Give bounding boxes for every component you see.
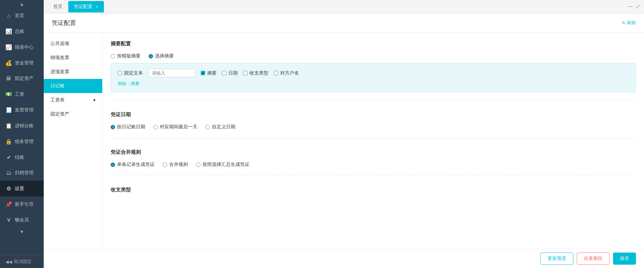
batch-delete-button[interactable]: 批量删除 bbox=[577, 253, 610, 265]
radio-template-input[interactable] bbox=[111, 54, 115, 58]
sidebar-item-ledger[interactable]: 📊 总账 bbox=[0, 24, 44, 39]
checkbox-income-type-input[interactable] bbox=[243, 71, 248, 75]
funds-icon: 💰 bbox=[5, 60, 12, 66]
checkbox-counterpart-label[interactable]: 对方户名 bbox=[274, 70, 299, 76]
ledger-icon: 📊 bbox=[5, 28, 12, 35]
summary-config-title: 摘要配置 bbox=[111, 41, 636, 47]
sidebar-scroll-up[interactable]: ▲ bbox=[0, 0, 44, 8]
sidebar-unpin-button[interactable]: ◀◀ 取消固定 bbox=[0, 255, 44, 268]
radio-period-last-label[interactable]: 对应期间最后一天 bbox=[153, 124, 197, 130]
sidebar-item-tax[interactable]: 🔒 税务管理 bbox=[0, 134, 44, 149]
content-area: 公共选项 销项发票 进项发票 日记账 工资表 ▾ 固定资产 摘要配置 bbox=[44, 33, 644, 249]
sidebar-item-home[interactable]: ⌂ 首页 bbox=[0, 8, 44, 24]
sidebar-item-home-label: 首页 bbox=[15, 13, 24, 19]
sidebar-item-vip-label: 畅会员 bbox=[15, 217, 29, 223]
radio-select-input[interactable] bbox=[149, 54, 153, 58]
sidebar-item-guide[interactable]: 📌 新手引导 bbox=[0, 196, 44, 212]
sidebar-item-payroll[interactable]: 💵 工资 bbox=[0, 86, 44, 102]
radio-select-merge-text: 按照选择汇总生成凭证 bbox=[202, 162, 250, 168]
left-nav: 公共选项 销项发票 进项发票 日记账 工资表 ▾ 固定资产 bbox=[44, 33, 103, 249]
tab-bar: 首页 凭证配置 × — ⤢ bbox=[44, 0, 644, 13]
radio-journal-date-text: 按日记账日期 bbox=[117, 124, 145, 130]
checkbox-fixed-text: 固定文本 bbox=[124, 70, 143, 76]
left-nav-purchase-invoice[interactable]: 进项发票 bbox=[44, 65, 102, 79]
sidebar-unpin-label: 取消固定 bbox=[14, 259, 32, 265]
save-button[interactable]: 保存 bbox=[613, 253, 636, 265]
sidebar-item-settings[interactable]: ⚙ 设置 bbox=[0, 181, 44, 196]
radio-journal-date-label[interactable]: 按日记账日期 bbox=[111, 124, 145, 130]
radio-single-label[interactable]: 单条记录生成凭证 bbox=[111, 162, 155, 168]
reports-icon: 📈 bbox=[5, 44, 12, 50]
checkbox-income-type-label[interactable]: 收支类型 bbox=[243, 70, 268, 76]
maximize-icon[interactable]: ⤢ bbox=[636, 3, 640, 10]
tab-home[interactable]: 首页 bbox=[48, 1, 68, 12]
left-nav-fixed-assets[interactable]: 固定资产 bbox=[44, 107, 102, 121]
radio-merge-text: 合并规则 bbox=[169, 162, 188, 168]
checkbox-fixed-text-input[interactable] bbox=[118, 71, 122, 75]
radio-period-last-text: 对应期间最后一天 bbox=[160, 124, 197, 130]
radio-merge-label[interactable]: 合并规则 bbox=[163, 162, 188, 168]
sidebar-item-ledger-label: 总账 bbox=[15, 29, 24, 35]
checkbox-fixed-text-label[interactable]: 固定文本 bbox=[118, 70, 143, 76]
sidebar-item-reports[interactable]: 📈 报表中心 bbox=[0, 39, 44, 55]
right-content: 摘要配置 按模版摘要 选择摘要 固定文本 bbox=[103, 33, 644, 249]
tab-voucher-config[interactable]: 凭证配置 × bbox=[68, 1, 104, 12]
refresh-button[interactable]: ↻ 刷新 bbox=[622, 20, 636, 26]
checkout-icon: ✔ bbox=[5, 154, 12, 161]
left-nav-journal-label: 日记账 bbox=[50, 83, 65, 89]
sidebar-item-guide-label: 新手引导 bbox=[15, 202, 34, 208]
checkbox-counterpart-input[interactable] bbox=[274, 71, 278, 75]
radio-period-last-input[interactable] bbox=[153, 125, 158, 129]
tab-close-icon[interactable]: × bbox=[96, 4, 98, 9]
radio-select-label[interactable]: 选择摘要 bbox=[149, 53, 174, 59]
unpin-icon: ◀◀ bbox=[5, 259, 12, 264]
minimize-icon[interactable]: — bbox=[628, 3, 633, 10]
sidebar-item-invoice[interactable]: 🧾 发票管理 bbox=[0, 102, 44, 118]
left-nav-public[interactable]: 公共选项 bbox=[44, 37, 102, 51]
sidebar-scroll-down[interactable]: ▼ bbox=[0, 228, 44, 236]
left-nav-sales-label: 销项发票 bbox=[50, 55, 69, 61]
summary-radio-group: 按模版摘要 选择摘要 bbox=[111, 53, 636, 59]
sidebar-item-funds[interactable]: 💰 资金管理 bbox=[0, 55, 44, 71]
checkbox-summary-label[interactable]: 摘要 bbox=[201, 70, 217, 76]
summary-checkbox-row: 固定文本 摘要 日期 收支类型 bbox=[118, 69, 629, 77]
summary-config-box: 固定文本 摘要 日期 收支类型 bbox=[111, 63, 636, 92]
left-nav-sales[interactable]: 销项发票 bbox=[44, 51, 102, 65]
sidebar-item-assets[interactable]: 🏛 固定资产 bbox=[0, 71, 44, 86]
refresh-icon: ↻ bbox=[622, 20, 626, 26]
guide-icon: 📌 bbox=[5, 201, 12, 208]
fixed-text-input[interactable] bbox=[148, 69, 195, 77]
update-preview-button[interactable]: 更新预置 bbox=[540, 253, 573, 265]
checkbox-date-text: 日期 bbox=[228, 70, 238, 76]
main-area: 首页 凭证配置 × — ⤢ 凭证配置 ↻ 刷新 公共选项 销项发票 进 bbox=[44, 0, 644, 268]
radio-merge-input[interactable] bbox=[163, 163, 167, 167]
sidebar-item-funds-label: 资金管理 bbox=[15, 60, 34, 66]
merge-rules-radio-group: 单条记录生成凭证 合并规则 按照选择汇总生成凭证 bbox=[111, 162, 636, 168]
home-icon: ⌂ bbox=[5, 13, 12, 19]
voucher-date-section: 凭证日期 按日记账日期 对应期间最后一天 自定义日期 bbox=[111, 111, 636, 138]
radio-single-input[interactable] bbox=[111, 163, 115, 167]
radio-select-merge-input[interactable] bbox=[196, 163, 200, 167]
sidebar-item-vip[interactable]: V 畅会员 bbox=[0, 212, 44, 228]
left-nav-payroll-table[interactable]: 工资表 ▾ bbox=[44, 93, 102, 107]
left-nav-journal[interactable]: 日记账 bbox=[44, 79, 102, 93]
tab-home-label: 首页 bbox=[53, 4, 63, 9]
sidebar-item-archive[interactable]: 🗂 归档管理 bbox=[0, 165, 44, 181]
vip-icon: V bbox=[5, 217, 12, 223]
radio-template-label[interactable]: 按模版摘要 bbox=[111, 53, 141, 59]
radio-journal-date-input[interactable] bbox=[111, 125, 115, 129]
radio-select-merge-label[interactable]: 按照选择汇总生成凭证 bbox=[196, 162, 250, 168]
sidebar: ▲ ⌂ 首页 📊 总账 📈 报表中心 💰 资金管理 🏛 固定资产 💵 工资 🧾 … bbox=[0, 0, 44, 268]
checkbox-date-label[interactable]: 日期 bbox=[222, 70, 238, 76]
checkbox-counterpart-text: 对方户名 bbox=[280, 70, 299, 76]
checkbox-summary-input[interactable] bbox=[201, 71, 205, 75]
radio-custom-date-input[interactable] bbox=[205, 125, 210, 129]
checkbox-date-input[interactable] bbox=[222, 71, 226, 75]
bottom-bar: 更新预置 批量删除 保存 bbox=[44, 249, 644, 268]
radio-custom-date-label[interactable]: 自定义日期 bbox=[205, 124, 235, 130]
sidebar-item-invoice-label: 发票管理 bbox=[15, 107, 34, 113]
sidebar-item-checkout[interactable]: ✔ 结账 bbox=[0, 149, 44, 165]
hint-value: 摘要 bbox=[131, 81, 140, 86]
assets-icon: 🏛 bbox=[5, 76, 12, 82]
sidebar-item-purchase[interactable]: 📋 进销台账 bbox=[0, 118, 44, 134]
